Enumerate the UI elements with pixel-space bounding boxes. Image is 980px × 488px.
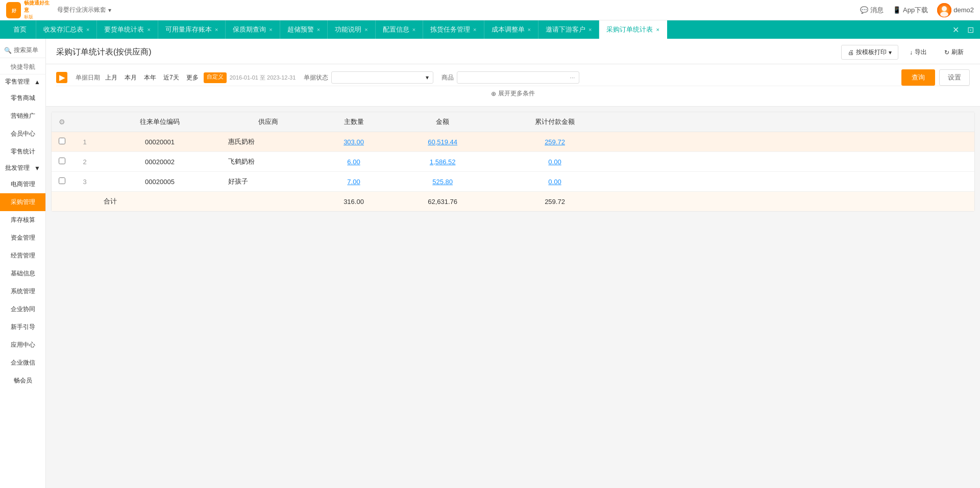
tab-invite-downstream[interactable]: 邀请下游客户 × — [538, 20, 599, 39]
sidebar-item-vip-member[interactable]: 畅会员 — [0, 372, 45, 390]
col-supplier-header: 供应商 — [222, 112, 315, 132]
col-amount-header: 金额 — [393, 112, 493, 132]
row-supplier: 惠氏奶粉 — [222, 132, 315, 152]
row-extra — [617, 152, 974, 172]
sidebar-item-retail-mgmt[interactable]: 零售管理 ▲ — [0, 74, 45, 89]
row-amount[interactable]: 60,519.44 — [393, 132, 493, 152]
tab-pick-task[interactable]: 拣货任务管理 × — [423, 20, 484, 39]
row-amount[interactable]: 1,586.52 — [393, 152, 493, 172]
nav-right-controls: ✕ ⊡ — [950, 23, 976, 37]
tab-collect-pay[interactable]: 收发存汇总表 × — [36, 20, 97, 39]
row-qty[interactable]: 6.00 — [315, 152, 393, 172]
sidebar-item-new-guide[interactable]: 新手引导 — [0, 318, 45, 336]
sidebar-item-app-center[interactable]: 应用中心 — [0, 336, 45, 354]
row-checkbox[interactable] — [59, 138, 65, 144]
row-checkbox[interactable] — [59, 177, 65, 184]
tab-config[interactable]: 配置信息 × — [376, 20, 423, 39]
sidebar-item-enterprise-wechat[interactable]: 企业微信 — [0, 354, 45, 372]
close-icon[interactable]: × — [412, 27, 415, 33]
row-extra — [617, 172, 974, 192]
quick-nav-btn[interactable]: 快捷导航 — [0, 60, 45, 74]
tab-shelf-life[interactable]: 保质期查询 × — [226, 20, 280, 39]
custom-date-badge[interactable]: 自定义 — [204, 72, 227, 83]
sidebar-item-enterprise-collab[interactable]: 企业协同 — [0, 300, 45, 318]
filter-status-select[interactable]: ▾ — [331, 71, 433, 84]
row-checkbox-cell[interactable] — [52, 152, 72, 172]
row-checkbox-cell[interactable] — [52, 132, 72, 152]
print-btn[interactable]: 🖨 按模板打印 ▾ — [841, 45, 898, 60]
row-paid[interactable]: 0.00 — [493, 172, 617, 192]
query-btn[interactable]: 查询 — [901, 69, 935, 86]
col-settings-header: ⚙ — [52, 112, 72, 132]
table-row: 3 00020005 好孩子 7.00 525.80 0.00 — [52, 172, 974, 192]
sidebar-item-purchase-mgmt[interactable]: 采购管理 — [0, 193, 45, 211]
date-shortcut-more[interactable]: 更多 — [184, 72, 201, 83]
data-table: ⚙ 往来单位编码 供应商 主数量 金额 累计付款金额 1 — [52, 112, 974, 211]
messages-btn[interactable]: 💬 消息 — [860, 6, 884, 15]
date-shortcut-7days[interactable]: 近7天 — [161, 72, 181, 83]
sidebar-item-member-center[interactable]: 会员中心 — [0, 125, 45, 143]
chevron-down-icon: ▾ — [889, 49, 892, 56]
close-icon[interactable]: × — [473, 27, 476, 33]
table-body: 1 00020001 惠氏奶粉 303.00 60,519.44 259.72 … — [52, 132, 974, 192]
row-qty[interactable]: 7.00 — [315, 172, 393, 192]
close-icon[interactable]: × — [215, 27, 218, 33]
filter-toggle-btn[interactable]: ▶ — [56, 72, 67, 83]
filter-goods-input[interactable]: ··· — [457, 71, 579, 84]
refresh-btn[interactable]: ↻ 刷新 — [938, 45, 970, 59]
row-paid[interactable]: 0.00 — [493, 152, 617, 172]
close-icon[interactable]: × — [364, 27, 368, 33]
tab-purchase-stat[interactable]: 采购订单统计表 × — [599, 20, 667, 39]
close-icon[interactable]: × — [656, 27, 659, 33]
top-right: 💬 消息 📱 App下载 demo2 — [860, 3, 974, 17]
sidebar-item-inventory-check[interactable]: 库存核算 — [0, 211, 45, 229]
row-unit-code: 00020005 — [97, 172, 222, 192]
close-icon[interactable]: × — [589, 27, 592, 33]
date-shortcut-prev-month[interactable]: 上月 — [103, 72, 119, 83]
nav-maximize-btn[interactable]: ⊡ — [965, 23, 976, 37]
row-paid[interactable]: 259.72 — [493, 132, 617, 152]
filter-group-status: 单据状态 ▾ — [304, 71, 433, 84]
date-shortcut-cur-month[interactable]: 本月 — [122, 72, 139, 83]
tab-func-desc[interactable]: 功能说明 × — [328, 20, 375, 39]
sidebar-item-marketing[interactable]: 营销推广 — [0, 107, 45, 125]
tab-overstock[interactable]: 超储预警 × — [280, 20, 328, 39]
table-row: 1 00020001 惠氏奶粉 303.00 60,519.44 259.72 — [52, 132, 974, 152]
tab-home[interactable]: 首页 — [4, 20, 36, 39]
workspace-selector[interactable]: 母婴行业演示账套 ▾ — [57, 6, 111, 14]
col-settings-icon[interactable]: ⚙ — [59, 118, 65, 126]
filter-date-links: 上月 本月 本年 近7天 更多 自定义 — [103, 72, 227, 83]
user-avatar[interactable]: demo2 — [937, 3, 974, 17]
message-icon: 💬 — [860, 6, 868, 14]
expand-more-btn[interactable]: ⊕ 展开更多条件 — [56, 86, 970, 101]
search-menu-btn[interactable]: 🔍 搜索菜单 — [0, 43, 45, 58]
sidebar-item-retail-shop[interactable]: 零售商城 — [0, 89, 45, 107]
row-checkbox-cell[interactable] — [52, 172, 72, 192]
tab-goods-stat[interactable]: 要货单统计表 × — [97, 20, 158, 39]
filter-date-range: 2016-01-01 至 2023-12-31 — [230, 74, 296, 82]
sidebar-item-ops-mgmt[interactable]: 经营管理 — [0, 247, 45, 265]
date-shortcut-cur-year[interactable]: 本年 — [142, 72, 158, 83]
nav-close-btn[interactable]: ✕ — [950, 23, 961, 37]
close-icon[interactable]: × — [269, 27, 272, 33]
page-header: 采购订单统计表(按供应商) 🖨 按模板打印 ▾ ↓ 导出 ↻ 刷新 — [46, 39, 980, 64]
settings-btn[interactable]: 设置 — [939, 69, 970, 86]
close-icon[interactable]: × — [528, 27, 531, 33]
row-checkbox[interactable] — [59, 158, 65, 164]
tab-available-stock[interactable]: 可用量库存账本 × — [158, 20, 226, 39]
sidebar-item-basic-info[interactable]: 基础信息 — [0, 265, 45, 282]
tab-cost-adjust[interactable]: 成本调整单 × — [484, 20, 538, 39]
sidebar-item-finance-mgmt[interactable]: 资金管理 — [0, 229, 45, 247]
app-download-btn[interactable]: 📱 App下载 — [893, 6, 928, 15]
sidebar-item-ecommerce-mgmt[interactable]: 电商管理 — [0, 175, 45, 193]
filter-actions: 查询 设置 — [901, 69, 970, 86]
close-icon[interactable]: × — [147, 27, 150, 33]
close-icon[interactable]: × — [86, 27, 89, 33]
export-btn[interactable]: ↓ 导出 — [903, 45, 933, 59]
close-icon[interactable]: × — [317, 27, 320, 33]
sidebar-item-wholesale-mgmt[interactable]: 批发管理 ▼ — [0, 161, 45, 175]
row-qty[interactable]: 303.00 — [315, 132, 393, 152]
row-amount[interactable]: 525.80 — [393, 172, 493, 192]
sidebar-item-retail-stat[interactable]: 零售统计 — [0, 143, 45, 161]
sidebar-item-sys-mgmt[interactable]: 系统管理 — [0, 282, 45, 300]
